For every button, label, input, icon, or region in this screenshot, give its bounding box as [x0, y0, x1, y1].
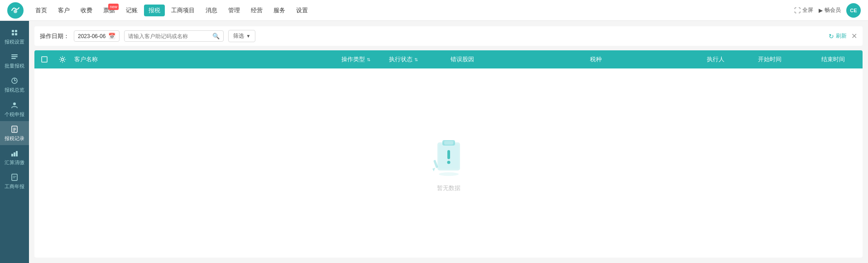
member-label: 畅会员 — [825, 6, 841, 14]
svg-point-25 — [447, 161, 450, 164]
sidebar-item-settlement[interactable]: 汇算清缴 — [0, 145, 29, 169]
svg-rect-5 — [15, 33, 17, 35]
sidebar-item-tax-overview[interactable]: 报税总览 — [0, 73, 29, 97]
svg-rect-23 — [444, 141, 453, 145]
nav-right: ⛶ 全屏 ▶ 畅会员 CE — [794, 3, 861, 18]
sidebar-item-tax-settings[interactable]: 报税设置 — [0, 24, 29, 49]
user-avatar[interactable]: CE — [846, 3, 861, 18]
nav-settings[interactable]: 设置 — [292, 5, 312, 16]
new-badge: new — [108, 4, 119, 10]
fullscreen-icon: ⛶ — [794, 7, 801, 14]
member-button[interactable]: ▶ 畅会员 — [819, 6, 841, 14]
nav-operations[interactable]: 经营 — [246, 5, 267, 16]
sidebar-label-batch-tax: 批量报税 — [5, 63, 24, 69]
nav-tax[interactable]: 报税 — [144, 5, 165, 16]
svg-rect-3 — [15, 30, 17, 32]
empty-state: 暂无数据 — [426, 134, 471, 192]
nav-billing[interactable]: 收费 — [76, 5, 97, 16]
search-wrapper[interactable]: 🔍 — [124, 30, 224, 42]
chevron-down-icon: ▼ — [246, 34, 250, 39]
svg-point-10 — [13, 102, 16, 105]
sidebar-label-settlement: 汇算清缴 — [5, 160, 24, 166]
nav-invoice[interactable]: 票据 new — [99, 5, 120, 16]
nav-customer[interactable]: 客户 — [53, 5, 74, 16]
video-icon: ▶ — [819, 7, 823, 14]
nav-items: 首页 客户 收费 票据 new 记账 报税 工商项目 消息 管理 经营 服务 设… — [31, 5, 794, 16]
filter-button[interactable]: 筛选 ▼ — [228, 30, 255, 42]
refresh-label: 刷新 — [836, 32, 847, 40]
settlement-icon — [10, 149, 19, 158]
search-input[interactable] — [128, 33, 212, 39]
svg-rect-4 — [12, 33, 14, 35]
empty-illustration — [426, 134, 471, 180]
th-starttime: 开始时间 — [736, 55, 804, 63]
person-icon — [10, 101, 19, 110]
top-navigation: 首页 客户 收费 票据 new 记账 报税 工商项目 消息 管理 经营 服务 设… — [0, 0, 868, 21]
content-area: 操作日期： 2023-06-06 📅 🔍 筛选 ▼ ↻ 刷新 ✕ — [29, 21, 868, 263]
sidebar: 报税设置 批量报税 报税总览 — [0, 21, 29, 263]
nav-accounts[interactable]: 记账 — [121, 5, 142, 16]
sidebar-item-batch-tax[interactable]: 批量报税 — [0, 49, 29, 73]
records-icon — [10, 125, 19, 134]
main-layout: 报税设置 批量报税 报税总览 — [0, 21, 868, 263]
gear-icon — [10, 28, 19, 37]
search-icon: 🔍 — [212, 33, 220, 39]
column-settings[interactable] — [54, 56, 71, 63]
svg-point-19 — [62, 58, 64, 61]
svg-point-28 — [439, 172, 459, 176]
svg-rect-6 — [11, 54, 18, 55]
batch-icon — [10, 52, 19, 61]
annual-icon — [10, 173, 19, 182]
th-taxtype: 税种 — [496, 55, 695, 63]
svg-rect-15 — [11, 154, 13, 156]
nav-management[interactable]: 管理 — [224, 5, 245, 16]
filter-label: 筛选 — [233, 32, 244, 40]
date-label: 操作日期： — [40, 32, 69, 40]
fullscreen-label: 全屏 — [802, 6, 813, 14]
sidebar-label-tax-overview: 报税总览 — [5, 87, 24, 93]
table-body: 暂无数据 — [34, 68, 863, 258]
app-logo[interactable] — [7, 2, 24, 19]
svg-rect-12 — [13, 128, 16, 129]
svg-rect-24 — [447, 150, 450, 159]
svg-rect-8 — [11, 58, 16, 59]
svg-rect-16 — [14, 152, 15, 156]
svg-marker-27 — [432, 168, 435, 171]
table-header: 客户名称 操作类型 ⇅ 执行状态 ⇅ 错误股因 税种 执行人 开始时间 结束时间 — [34, 50, 863, 68]
svg-rect-17 — [16, 151, 18, 156]
th-erreason: 错误股因 — [428, 55, 496, 63]
date-value: 2023-06-06 — [78, 33, 106, 39]
svg-rect-18 — [12, 174, 17, 180]
th-client: 客户名称 — [71, 55, 333, 63]
svg-point-1 — [14, 10, 17, 13]
nav-messages[interactable]: 消息 — [201, 5, 222, 16]
refresh-button[interactable]: ↻ 刷新 — [829, 32, 847, 40]
date-picker[interactable]: 2023-06-06 📅 — [74, 30, 120, 42]
refresh-icon: ↻ — [829, 33, 834, 40]
th-executor: 执行人 — [695, 55, 736, 63]
svg-rect-2 — [12, 30, 14, 32]
sidebar-item-personal-tax[interactable]: 个税申报 — [0, 97, 29, 121]
toolbar-right: ↻ 刷新 ✕ — [829, 32, 857, 40]
sort-icon-exstatus: ⇅ — [414, 57, 418, 62]
table-container: 客户名称 操作类型 ⇅ 执行状态 ⇅ 错误股因 税种 执行人 开始时间 结束时间 — [34, 50, 863, 258]
sidebar-label-tax-records: 报税记录 — [5, 136, 24, 141]
sidebar-label-personal-tax: 个税申报 — [5, 112, 24, 117]
svg-rect-13 — [13, 129, 16, 130]
th-endtime: 结束时间 — [804, 55, 863, 63]
nav-home[interactable]: 首页 — [31, 5, 52, 16]
sidebar-label-tax-settings: 报税设置 — [5, 39, 24, 45]
nav-services[interactable]: 服务 — [269, 5, 290, 16]
toolbar: 操作日期： 2023-06-06 📅 🔍 筛选 ▼ ↻ 刷新 ✕ — [34, 26, 863, 46]
sidebar-item-tax-records[interactable]: 报税记录 — [0, 121, 29, 145]
th-exstatus[interactable]: 执行状态 ⇅ — [379, 55, 428, 63]
svg-rect-7 — [11, 56, 18, 57]
svg-rect-14 — [13, 131, 15, 132]
close-button[interactable]: ✕ — [851, 33, 857, 40]
nav-bizproject[interactable]: 工商项目 — [167, 5, 199, 16]
th-optype[interactable]: 操作类型 ⇅ — [333, 55, 379, 63]
checkbox-all[interactable] — [34, 56, 54, 63]
fullscreen-button[interactable]: ⛶ 全屏 — [794, 6, 813, 14]
overview-icon — [10, 76, 19, 85]
sidebar-item-annual-report[interactable]: 工商年报 — [0, 169, 29, 193]
